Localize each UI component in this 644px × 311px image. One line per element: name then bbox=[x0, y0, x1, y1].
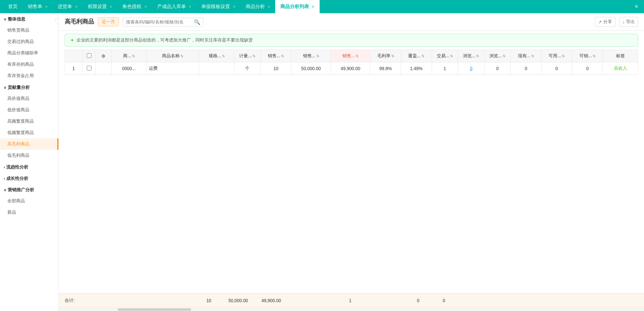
sidebar-item-analysis-assist[interactable]: 商品分类辅助率 bbox=[0, 47, 58, 59]
product-table: ⚙ 商... ⇅ 商品名称 ⇅ bbox=[65, 50, 638, 75]
sidebar-item-high-value[interactable]: 高价值商品 bbox=[0, 93, 58, 104]
sort-icon-browse2[interactable]: ⇅ bbox=[503, 54, 506, 58]
col-header-margin[interactable]: 毛利率 ⇅ bbox=[370, 50, 401, 62]
nav-close-product-entry[interactable]: × bbox=[189, 0, 191, 13]
sidebar-item-low-value[interactable]: 低价值商品 bbox=[0, 104, 58, 116]
sidebar-item-traded-goods[interactable]: 交易过的商品 bbox=[0, 36, 58, 47]
col-header-sales-qty[interactable]: 销售... ⇅ bbox=[260, 50, 291, 62]
nav-home[interactable]: 首页 bbox=[3, 0, 23, 13]
footer-current-stock: 0 bbox=[405, 298, 431, 303]
col-label-sales-profit: 销售... bbox=[342, 53, 355, 59]
col-header-avail-stock[interactable]: 可用... ⇅ bbox=[542, 50, 572, 62]
row-checkbox[interactable] bbox=[87, 66, 91, 70]
export-button[interactable]: ↓ 导出 bbox=[619, 17, 638, 27]
col-header-trade[interactable]: 交易... ⇅ bbox=[432, 50, 458, 62]
cell-margin-rate: 99.8% bbox=[370, 62, 401, 75]
share-button[interactable]: ↗ 分享 bbox=[595, 17, 615, 27]
sidebar-item-low-freq[interactable]: 低频繁度商品 bbox=[0, 127, 58, 138]
settings-icon[interactable]: ⚙ bbox=[101, 54, 105, 59]
filter-recent-month-button[interactable]: 近一月 bbox=[98, 17, 119, 26]
sort-icon-browse1[interactable]: ⇅ bbox=[476, 54, 479, 58]
col-header-browse2[interactable]: 浏览... ⇅ bbox=[484, 50, 511, 62]
sidebar-item-new-goods[interactable]: 新品 bbox=[0, 207, 58, 218]
nav-product-analysis-list[interactable]: 商品分析列表 × bbox=[275, 0, 319, 13]
col-header-num bbox=[65, 50, 83, 62]
sidebar-section-overall: ∨ 整体信息 销售货商品 交易过的商品 商品分类辅助率 有库存的商品 库存资金占… bbox=[0, 13, 58, 82]
sidebar-section-title-marketing[interactable]: ∨ 营销推广分析 bbox=[0, 184, 58, 195]
nav-close-role-auth[interactable]: × bbox=[144, 0, 147, 13]
arrow-icon-overall: ∨ bbox=[4, 17, 6, 21]
sidebar-item-all-goods[interactable]: 全部商品 bbox=[0, 195, 58, 207]
col-label-browse2: 浏览... bbox=[489, 53, 502, 59]
sort-icon-sales-amt[interactable]: ⇅ bbox=[316, 54, 319, 58]
footer-cell-empty4 bbox=[361, 298, 383, 303]
col-label-margin: 毛利率 bbox=[377, 53, 391, 59]
sort-icon-name[interactable]: ⇅ bbox=[180, 54, 183, 58]
nav-close-sales-order[interactable]: × bbox=[45, 0, 47, 13]
sort-icon-sellable[interactable]: ⇅ bbox=[593, 54, 596, 58]
cell-coverage: 1.49% bbox=[401, 62, 432, 75]
cell-unit: 个 bbox=[234, 62, 261, 75]
col-header-code[interactable]: 商... ⇅ bbox=[111, 50, 147, 62]
sort-icon-spec[interactable]: ⇅ bbox=[222, 54, 225, 58]
col-header-browse1[interactable]: 浏览... ⇅ bbox=[458, 50, 485, 62]
cell-avail-stock: 0 bbox=[542, 62, 572, 75]
nav-purchase-order[interactable]: 进货单 × bbox=[53, 0, 82, 13]
sort-icon-avail-stock[interactable]: ⇅ bbox=[562, 54, 565, 58]
col-header-check[interactable] bbox=[82, 50, 96, 62]
sort-icon-sales-profit[interactable]: ⇅ bbox=[356, 54, 359, 58]
cell-check[interactable] bbox=[82, 62, 96, 75]
col-header-tag[interactable]: 标签 bbox=[603, 50, 638, 62]
col-label-coverage: 覆盖... bbox=[408, 53, 421, 59]
col-header-name[interactable]: 商品名称 ⇅ bbox=[147, 50, 199, 62]
sidebar-item-high-freq[interactable]: 高频繁度商品 bbox=[0, 116, 58, 127]
search-input[interactable] bbox=[126, 19, 194, 25]
nav-close-purchase-order[interactable]: × bbox=[75, 0, 77, 13]
sidebar-item-stock-occupied[interactable]: 库存资金占用 bbox=[0, 70, 58, 82]
nav-sales-order[interactable]: 销售单 × bbox=[23, 0, 53, 13]
sort-icon-margin[interactable]: ⇅ bbox=[391, 54, 394, 58]
cell-trade: 1 bbox=[432, 62, 458, 75]
cell-browse1[interactable]: 0 bbox=[458, 62, 485, 75]
col-header-sales-amt[interactable]: 销售... ⇅ bbox=[291, 50, 331, 62]
col-header-coverage[interactable]: 覆盖... ⇅ bbox=[401, 50, 432, 62]
nav-close-template-settings[interactable]: × bbox=[233, 0, 235, 13]
nav-product-analysis[interactable]: 商品分析 × bbox=[241, 0, 275, 13]
col-header-settings[interactable]: ⚙ bbox=[96, 50, 111, 62]
sidebar-section-title-trend[interactable]: › 流趋性分析 bbox=[0, 161, 58, 173]
nav-permission-settings[interactable]: 权限设置 × bbox=[83, 0, 117, 13]
sort-icon-coverage[interactable]: ⇅ bbox=[421, 54, 424, 58]
nav-role-auth[interactable]: 角色授权 × bbox=[117, 0, 152, 13]
sort-icon-trade[interactable]: ⇅ bbox=[450, 54, 453, 58]
sidebar-item-in-stock-goods[interactable]: 有库存的商品 bbox=[0, 59, 58, 70]
sort-icon-code[interactable]: ⇅ bbox=[132, 54, 135, 58]
cell-sales-amt: 50,000.00 bbox=[291, 62, 331, 75]
horizontal-scrollbar[interactable] bbox=[59, 307, 644, 311]
nav-template-settings[interactable]: 单据模板设置 × bbox=[196, 0, 240, 13]
sort-icon-unit[interactable]: ⇅ bbox=[252, 54, 255, 58]
top-navigation: 首页 销售单 × 进货单 × 权限设置 × 角色授权 × 产成品入库单 × 单据… bbox=[0, 0, 644, 13]
sort-icon-current-stock[interactable]: ⇅ bbox=[531, 54, 534, 58]
col-header-spec[interactable]: 规格... ⇅ bbox=[199, 50, 234, 62]
sidebar-item-sales-goods[interactable]: 销售货商品 bbox=[0, 25, 58, 36]
sidebar-item-high-margin[interactable]: 高毛利商品 bbox=[0, 138, 58, 150]
nav-close-permission-settings[interactable]: × bbox=[110, 0, 112, 13]
sidebar-section-title-profit[interactable]: ∨ 贡献量分析 bbox=[0, 82, 58, 93]
sidebar-item-low-margin[interactable]: 低毛利商品 bbox=[0, 150, 58, 161]
sidebar-section-title-growth[interactable]: › 成长性分析 bbox=[0, 173, 58, 184]
col-header-sales-profit[interactable]: 销售... ⇅ bbox=[331, 50, 370, 62]
nav-right: × bbox=[632, 3, 641, 10]
scroll-thumb[interactable] bbox=[118, 308, 191, 311]
nav-close-product-analysis[interactable]: × bbox=[268, 0, 270, 13]
nav-close-product-analysis-list[interactable]: × bbox=[312, 0, 314, 13]
col-header-unit[interactable]: 计量... ⇅ bbox=[234, 50, 261, 62]
page-title: 高毛利商品 bbox=[65, 18, 94, 26]
col-header-current-stock[interactable]: 现有... ⇅ bbox=[511, 50, 542, 62]
nav-product-entry[interactable]: 产成品入库单 × bbox=[152, 0, 196, 13]
search-icon[interactable]: 🔍 bbox=[194, 19, 200, 25]
sidebar-section-title-overall[interactable]: ∨ 整体信息 bbox=[0, 13, 58, 25]
sort-icon-sales-qty[interactable]: ⇅ bbox=[281, 54, 284, 58]
select-all-checkbox[interactable] bbox=[87, 53, 91, 58]
app-close-button[interactable]: × bbox=[632, 3, 641, 10]
col-header-sellable[interactable]: 可销... ⇅ bbox=[572, 50, 603, 62]
